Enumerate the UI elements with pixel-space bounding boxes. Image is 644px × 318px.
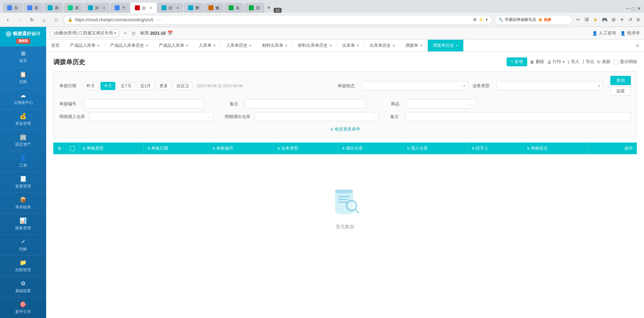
sidebar-item-archive[interactable]: 📁 归档管理 <box>0 256 46 277</box>
tab-close-in-history[interactable]: ✕ <box>249 44 252 48</box>
sidebar-item-inventory[interactable]: 📦 库存核算 <box>0 193 46 214</box>
address-bar[interactable]: 🔒 https://cloud.chanjet.com/accounting/u… <box>63 15 492 25</box>
detail-in-input[interactable]: ... <box>89 112 213 121</box>
th-handler[interactable]: ⇅ 经手人 <box>468 143 523 154</box>
forward-button[interactable]: › <box>15 15 25 25</box>
add-company-button[interactable]: + <box>124 30 127 37</box>
th-gear[interactable]: ⚙ <box>53 143 66 154</box>
sun-icon[interactable]: ☀ <box>618 16 626 24</box>
home-button[interactable]: ⌂ <box>39 15 49 25</box>
menu-icon[interactable]: ≡ <box>635 15 641 24</box>
more-btn[interactable]: 更多 <box>156 82 171 90</box>
tab-close-material-out-history[interactable]: ✕ <box>329 44 332 48</box>
tab-close-material-out[interactable]: ✕ <box>285 44 288 48</box>
search-bar[interactable]: 🔍 学霸应聘场驱鸟员 🔥 热搜 <box>495 15 573 25</box>
collapse-button[interactable]: ∧ 收起更多条件 <box>330 125 360 134</box>
tab-material-out[interactable]: 材料出库单 ✕ <box>257 40 293 51</box>
tab-close-product-in-history[interactable]: ✕ <box>146 44 148 48</box>
status-select[interactable]: ▾ <box>362 81 468 90</box>
new-tab-button[interactable]: + <box>265 3 273 13</box>
import-button[interactable]: ⤵ 导入 <box>567 59 579 65</box>
service-button[interactable]: 👤 人工咨询 <box>592 30 616 36</box>
scissors-icon[interactable]: ✂ <box>575 16 582 24</box>
yesterday-btn[interactable]: 昨天 <box>83 82 98 90</box>
tab-out-bill[interactable]: 出库单 ✕ <box>337 40 365 51</box>
delete-button[interactable]: 🗑 删除 <box>530 59 544 65</box>
extension1-icon[interactable]: ★ <box>592 16 599 24</box>
game-icon[interactable]: 🎮 <box>600 16 609 24</box>
month-btn[interactable]: 近1月 <box>137 82 154 90</box>
tab-product-in-history[interactable]: 产成品入库单历史 ✕ <box>105 40 154 51</box>
tab-close-7[interactable]: ✕ <box>149 6 152 10</box>
browser-tab-12[interactable]: 目 <box>245 3 264 13</box>
back-button[interactable]: ‹ <box>3 15 13 25</box>
browser-tab-3[interactable]: 易 <box>43 3 63 13</box>
sidebar-item-settle[interactable]: ✓ 结账 <box>0 235 46 256</box>
browser-tab-2[interactable]: 新 <box>23 3 43 13</box>
th-status[interactable]: ⇅ 单账状态 <box>523 143 588 154</box>
tab-out-history[interactable]: 出库单历史 ✕ <box>365 40 400 51</box>
query-button[interactable]: 查询 <box>610 76 631 85</box>
today-btn[interactable]: 今天 <box>100 82 115 90</box>
th-checkbox[interactable] <box>66 143 79 154</box>
browser-tab-5[interactable]: 好 ✕ <box>84 3 110 13</box>
th-out-warehouse[interactable]: ⇅ 调出仓库 <box>338 143 403 154</box>
tab-transfer-history[interactable]: 调拨单历史 ✕ <box>428 40 464 51</box>
sidebar-item-tax[interactable]: 📊 税务管理 <box>0 214 46 235</box>
tab-close-out-history[interactable]: ✕ <box>392 44 395 48</box>
sidebar-item-capital[interactable]: 💰 资金管理 <box>0 109 46 130</box>
refresh-button[interactable]: ↻ 刷新 <box>597 59 611 65</box>
browser-tab-8[interactable]: 好 ✕ <box>157 3 183 13</box>
th-in-warehouse[interactable]: ⇅ 调入仓库 <box>403 143 468 154</box>
goods-input[interactable]: ... <box>406 99 477 108</box>
tab-material-out-history[interactable]: 材料出库单历史 ✕ <box>293 40 337 51</box>
new-button[interactable]: + 新增 <box>507 57 527 66</box>
sidebar-item-invoice[interactable]: 🧾 发票管理 <box>0 172 46 193</box>
tab-close-5[interactable]: ✕ <box>103 6 105 10</box>
remark-input[interactable] <box>245 99 365 108</box>
company-selector[interactable]: (勿删勿禁用) 江西服宝测试专用 ▾ <box>50 29 119 37</box>
sidebar-item-salary[interactable]: 👤 工资 <box>0 151 46 172</box>
maximize-button[interactable]: □ <box>632 6 635 11</box>
tab-product-in[interactable]: 产成品入库单 ✕ <box>65 40 105 51</box>
sidebar-item-ledger[interactable]: 📋 总账 <box>0 67 46 88</box>
tab-transfer[interactable]: 调拨单 ✕ <box>400 40 428 51</box>
sidebar-item-settings[interactable]: ⚙ 基础设置 <box>0 277 46 297</box>
browser-tab-1[interactable]: 在 <box>3 3 22 13</box>
th-type[interactable]: ⇅ 单账类型 <box>79 143 144 154</box>
browser-tab-6[interactable]: 个 <box>110 3 130 13</box>
settings-gear-icon[interactable]: ⚙ <box>131 30 136 36</box>
print-button[interactable]: 🖨 打印 ▾ <box>547 59 564 65</box>
reload-button[interactable]: ↻ <box>27 15 37 25</box>
tab-home[interactable]: 首页 <box>46 40 65 51</box>
th-date[interactable]: ⇅ 单账日期 <box>144 143 209 154</box>
sidebar-item-home[interactable]: ⊞ 首页 <box>0 46 46 67</box>
tab-close-product-in2[interactable]: ✕ <box>186 44 189 48</box>
setting-button[interactable]: 设置 <box>610 87 631 96</box>
close-window-button[interactable]: ✕ <box>637 6 641 11</box>
show-column-toggle[interactable]: 显示明细 <box>613 59 637 65</box>
th-no[interactable]: ⇅ 单账编号 <box>208 143 273 154</box>
browser-tab-4[interactable]: 易 <box>64 3 83 13</box>
browser-tab-11[interactable]: 各 <box>224 3 244 13</box>
remark2-input[interactable] <box>405 112 631 121</box>
tab-close-transfer-history[interactable]: ✕ <box>455 44 458 48</box>
tab-close-product-in[interactable]: ✕ <box>97 44 100 48</box>
tab-close-8[interactable]: ✕ <box>176 6 179 10</box>
export-button[interactable]: ⤴ 导出 <box>582 59 594 65</box>
translate-icon[interactable]: 译 <box>583 15 590 24</box>
calendar-icon[interactable]: 📅 <box>167 30 173 36</box>
biz-type-select[interactable]: ▾ <box>497 81 603 90</box>
th-biz-type[interactable]: ⇅ 业务类型 <box>273 143 338 154</box>
detail-out-input[interactable]: ... <box>255 112 379 121</box>
tab-in-bill[interactable]: 入库单 ✕ <box>194 40 221 51</box>
user-button[interactable]: 👤 徐泽华 <box>620 30 640 36</box>
close-all-tabs-button[interactable]: ✕ <box>631 43 644 49</box>
bill-no-input[interactable] <box>83 99 204 108</box>
sidebar-item-assets[interactable]: 🏢 固定资产 <box>0 130 46 151</box>
sidebar-item-guide[interactable]: 🎯 新手引导 <box>0 297 46 318</box>
minimize-button[interactable]: ─ <box>626 6 630 11</box>
browser-tab-7[interactable]: 企 ✕ <box>131 3 157 13</box>
tab-close-out-bill[interactable]: ✕ <box>356 44 359 48</box>
grid-icon[interactable]: ⊞ <box>610 16 617 24</box>
